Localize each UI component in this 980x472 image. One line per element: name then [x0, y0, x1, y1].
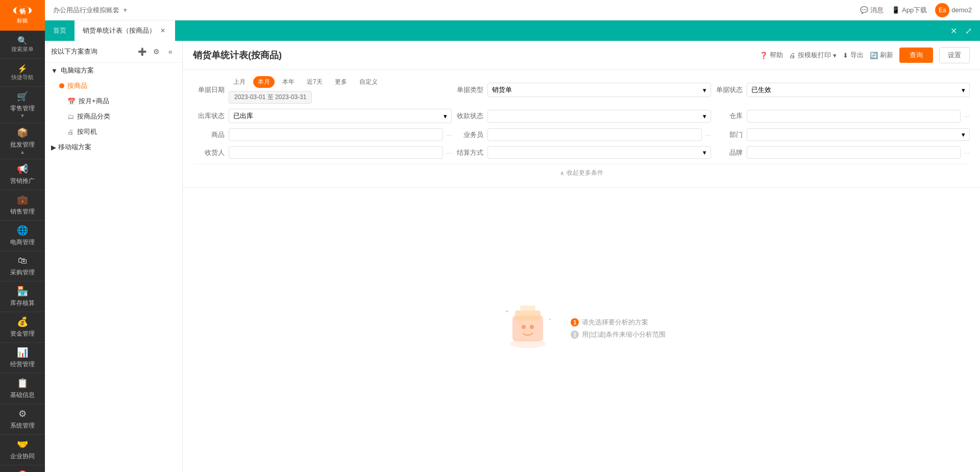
system-label: 系统管理: [10, 421, 35, 430]
wholesale-label: 批发管理: [10, 140, 35, 149]
avatar-text: Ea: [939, 7, 946, 14]
app-download-icon: 📱: [892, 6, 900, 14]
tree-item-by-category[interactable]: 🗂 按商品分类: [45, 109, 182, 124]
sidebar-item-wholesale[interactable]: 📦 批发管理 ▲: [0, 123, 45, 159]
sidebar-item-ecommerce[interactable]: 🌐 电商管理: [0, 221, 45, 251]
date-btn-this-year[interactable]: 本年: [278, 76, 299, 88]
date-btn-more[interactable]: 更多: [330, 76, 352, 88]
tree-item-by-month-goods[interactable]: 📅 按月+商品: [45, 93, 182, 109]
tree-driver-icon: 🖨: [67, 128, 74, 136]
ecommerce-icon: 🌐: [17, 225, 28, 236]
date-range-value[interactable]: 2023-03-01 至 2023-03-31: [229, 91, 312, 104]
payment-status-select[interactable]: ▾: [487, 110, 710, 123]
salesperson-input[interactable]: [487, 128, 702, 141]
settlement-select[interactable]: ▾: [487, 146, 710, 159]
doc-type-select[interactable]: 销货单 ▾: [487, 83, 710, 97]
empty-hint-2: 2 用[过滤]条件来缩小分析范围: [571, 330, 665, 339]
sales-label: 销售管理: [10, 207, 35, 216]
main-content: 销货单统计表(按商品) ❓ 帮助 🖨 按模板打印 ▾ ⬇ 导出: [183, 41, 980, 472]
settings-scheme-btn[interactable]: ⚙: [151, 46, 162, 57]
sidebar-item-enterprise[interactable]: 🤝 企业协同: [0, 435, 45, 465]
print-icon: 🖨: [789, 52, 796, 59]
out-status-select[interactable]: 已出库 ▾: [229, 109, 452, 123]
topbar: 办公用品行业模拟账套 ▾ 💬 消息 📱 App下载 Ea demo2: [45, 0, 980, 20]
date-btn-custom[interactable]: 自定义: [355, 76, 382, 88]
app-download-label: App下载: [902, 6, 927, 15]
sidebar-item-marketing[interactable]: 📢 营销推广: [0, 159, 45, 190]
doc-type-dropdown-icon: ▾: [703, 86, 706, 94]
empty-hint-1: 1 请先选择要分析的方案: [571, 318, 665, 327]
filter-doc-status-cell: 单据状态 已生效 ▾: [711, 76, 970, 104]
page-actions: ❓ 帮助 🖨 按模板打印 ▾ ⬇ 导出 🔄 刷新: [760, 47, 970, 63]
message-btn[interactable]: 💬 消息: [860, 6, 884, 15]
sidebar-search-item[interactable]: 🔍 搜索菜单: [0, 31, 45, 59]
marketing-icon: 📢: [17, 163, 28, 175]
filter-row-4: 收货人 ··· 结算方式 ▾: [193, 146, 970, 159]
sidebar: 畅 标账 🔍 搜索菜单 ⚡ 快捷导航 🛒 零售管理 ▼ 📦 批发管理 ▲ 📢 营…: [0, 0, 45, 472]
user-profile-btn[interactable]: Ea demo2: [935, 3, 972, 17]
tab-maximize-btn[interactable]: ⤢: [963, 24, 974, 38]
page-title: 销货单统计表(按商品): [193, 49, 282, 61]
warehouse-dots[interactable]: ···: [964, 112, 970, 120]
sidebar-item-operation[interactable]: 📊 经营管理: [0, 343, 45, 373]
brand-dots[interactable]: ···: [964, 149, 970, 157]
warehouse-input[interactable]: [747, 110, 961, 123]
date-btn-this-month[interactable]: 本月: [253, 76, 275, 88]
tree-item-label: 按月+商品: [79, 97, 109, 106]
department-dropdown-icon: ▾: [962, 131, 965, 138]
svg-text:✦: ✦: [505, 309, 509, 314]
sidebar-item-inventory[interactable]: 🏪 库存核算: [0, 281, 45, 312]
empty-text: 1 请先选择要分析的方案 2 用[过滤]条件来缩小分析范围: [571, 318, 665, 342]
sidebar-item-basic[interactable]: 📋 基础信息: [0, 373, 45, 404]
filter-department-cell: 部门 ▾: [711, 128, 970, 141]
tab-stats[interactable]: 销货单统计表（按商品） ✕: [75, 20, 175, 41]
export-btn[interactable]: ⬇ 导出: [843, 51, 864, 60]
department-select[interactable]: ▾: [747, 128, 970, 141]
sidebar-item-sales[interactable]: 💼 销售管理: [0, 190, 45, 221]
doc-status-select[interactable]: 已生效 ▾: [747, 83, 970, 97]
receiver-dots[interactable]: ···: [446, 149, 452, 157]
newbie-icon: 🎯: [17, 469, 28, 472]
tree-item-by-goods[interactable]: 按商品: [45, 78, 182, 93]
sidebar-item-finance[interactable]: 💰 资金管理: [0, 312, 45, 343]
finance-icon: 💰: [17, 316, 28, 327]
tab-home[interactable]: 首页: [45, 20, 75, 41]
basic-label: 基础信息: [10, 391, 35, 399]
salesperson-dots[interactable]: ···: [705, 131, 711, 139]
out-status-value: 已出库: [233, 111, 253, 121]
tab-close-all-btn[interactable]: ✕: [948, 24, 959, 38]
sidebar-item-purchase[interactable]: 🛍 采购管理: [0, 251, 45, 281]
industry-dropdown-icon[interactable]: ▾: [124, 6, 127, 14]
date-btn-last-month[interactable]: 上月: [229, 76, 250, 88]
refresh-icon: 🔄: [870, 52, 878, 59]
add-scheme-btn[interactable]: ➕: [136, 46, 148, 57]
collapse-filter-btn[interactable]: ∧ 收起更多条件: [193, 164, 970, 181]
date-btn-7days[interactable]: 近7天: [302, 76, 327, 88]
goods-dots[interactable]: ···: [446, 131, 452, 139]
receiver-input[interactable]: [229, 146, 443, 159]
date-picker-group: 上月 本月 本年 近7天 更多 自定义 2023-03-01 至 2023-03…: [229, 76, 452, 104]
settlement-control: ▾: [487, 146, 710, 159]
goods-input[interactable]: [229, 128, 443, 141]
wholesale-arrow-icon: ▲: [20, 149, 25, 155]
tree-item-label: 按司机: [77, 127, 97, 136]
sidebar-quick-nav[interactable]: ⚡ 快捷导航: [0, 59, 45, 87]
app-download-btn[interactable]: 📱 App下载: [892, 6, 927, 15]
tab-close-btn[interactable]: ✕: [159, 27, 167, 35]
refresh-btn[interactable]: 🔄 刷新: [870, 51, 893, 60]
tree-item-mobile-schemes[interactable]: ▶ 移动端方案: [45, 139, 182, 155]
collapse-panel-btn[interactable]: «: [165, 46, 176, 57]
print-btn[interactable]: 🖨 按模板打印 ▾: [789, 51, 837, 60]
sidebar-item-newbie[interactable]: 🎯 新手引导: [0, 465, 45, 472]
svg-point-6: [522, 325, 526, 329]
retail-arrow-icon: ▼: [20, 113, 25, 119]
tree-item-by-driver[interactable]: 🖨 按司机: [45, 124, 182, 139]
settings-btn[interactable]: 设置: [939, 47, 970, 63]
svg-text:畅: 畅: [19, 8, 26, 15]
tree-item-pc-schemes[interactable]: ▼ 电脑端方案: [45, 63, 182, 78]
sidebar-item-system[interactable]: ⚙ 系统管理: [0, 404, 45, 435]
sidebar-item-retail[interactable]: 🛒 零售管理 ▼: [0, 87, 45, 123]
query-btn[interactable]: 查询: [899, 48, 933, 63]
brand-input[interactable]: [747, 146, 961, 159]
help-btn[interactable]: ❓ 帮助: [760, 51, 783, 60]
